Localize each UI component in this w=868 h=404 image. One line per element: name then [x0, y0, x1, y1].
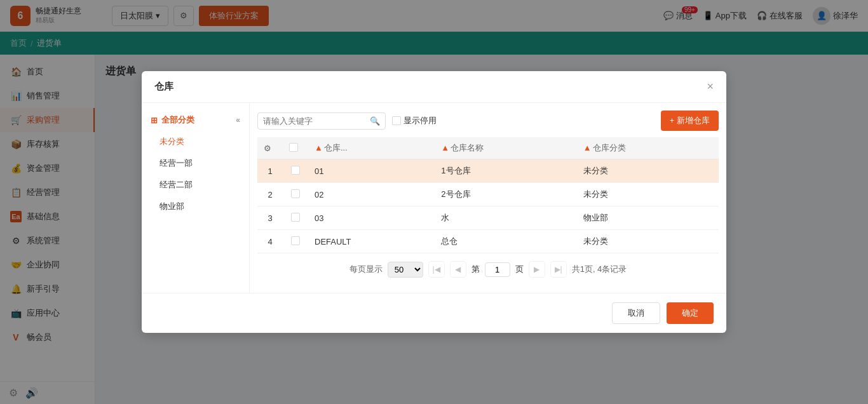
select-all-checkbox[interactable] — [289, 143, 298, 152]
per-page-label: 每页显示 — [349, 264, 383, 275]
modal-body: ⊞ 全部分类 « 未分类 经营一部 经营二部 物业部 🔍 显示停用 + — [142, 103, 726, 293]
row-category: 未分类 — [577, 230, 719, 253]
row-category: 未分类 — [577, 183, 719, 206]
th-gear: ⚙ — [257, 137, 283, 159]
grid-icon: ⊞ — [151, 116, 158, 125]
row-code: 03 — [308, 206, 435, 230]
add-warehouse-button[interactable]: + 新增仓库 — [661, 111, 719, 131]
category-item-unclassified[interactable]: 未分类 — [142, 131, 249, 152]
th-name: ▲仓库名称 — [435, 137, 576, 159]
warehouse-table: ⚙ ▲仓库... ▲仓库名称 ▲仓库分类 1 — [257, 137, 719, 253]
table-container: ⚙ ▲仓库... ▲仓库名称 ▲仓库分类 1 — [257, 137, 719, 253]
row-code: DEFAULT — [308, 230, 435, 253]
last-page-button[interactable]: ▶| — [550, 261, 567, 278]
th-check — [283, 137, 308, 159]
confirm-button[interactable]: 确定 — [667, 302, 714, 324]
row-name: 总仓 — [435, 230, 576, 253]
row-index: 2 — [257, 183, 283, 206]
page-input[interactable] — [485, 262, 510, 277]
category-item-property[interactable]: 物业部 — [142, 196, 249, 217]
row-checkbox[interactable] — [283, 230, 308, 253]
row-index: 1 — [257, 159, 283, 183]
row-checkbox[interactable] — [283, 183, 308, 206]
page-label-pre: 第 — [471, 264, 480, 275]
modal-header: 仓库 × — [142, 71, 726, 103]
row-category: 未分类 — [577, 159, 719, 183]
th-category: ▲仓库分类 — [577, 137, 719, 159]
row-checkbox[interactable] — [283, 206, 308, 230]
collapse-button[interactable]: « — [236, 116, 240, 125]
category-header-label: 全部分类 — [161, 114, 194, 126]
row-index: 3 — [257, 206, 283, 230]
next-page-button[interactable]: ▶ — [529, 261, 545, 278]
table-row[interactable]: 3 03 水 物业部 — [257, 206, 719, 230]
row-name: 水 — [435, 206, 576, 230]
page-label: 页 — [515, 264, 524, 275]
search-icon[interactable]: 🔍 — [370, 116, 380, 126]
category-panel: ⊞ 全部分类 « 未分类 经营一部 经营二部 物业部 — [142, 103, 250, 293]
warehouse-modal: 仓库 × ⊞ 全部分类 « 未分类 经营一部 经营二部 物业部 🔍 — [142, 71, 726, 333]
category-header[interactable]: ⊞ 全部分类 « — [142, 109, 249, 131]
modal-footer: 取消 确定 — [142, 293, 726, 333]
total-info: 共1页, 4条记录 — [572, 264, 627, 275]
table-panel: 🔍 显示停用 + 新增仓库 ⚙ — [250, 103, 726, 293]
row-code: 01 — [308, 159, 435, 183]
cancel-button[interactable]: 取消 — [612, 302, 660, 324]
table-row[interactable]: 2 02 2号仓库 未分类 — [257, 183, 719, 206]
category-item-ops1[interactable]: 经营一部 — [142, 152, 249, 174]
row-checkbox[interactable] — [283, 159, 308, 183]
row-name: 1号仓库 — [435, 159, 576, 183]
search-input[interactable] — [263, 116, 370, 126]
table-row[interactable]: 4 DEFAULT 总仓 未分类 — [257, 230, 719, 253]
row-code: 02 — [308, 183, 435, 206]
category-item-ops2[interactable]: 经营二部 — [142, 174, 249, 196]
table-row[interactable]: 1 01 1号仓库 未分类 — [257, 159, 719, 183]
row-category: 物业部 — [577, 206, 719, 230]
show-disabled-checkbox[interactable] — [392, 116, 401, 125]
row-name: 2号仓库 — [435, 183, 576, 206]
show-disabled-checkbox-label[interactable]: 显示停用 — [392, 115, 437, 126]
pagination: 每页显示 50 100 200 |◀ ◀ 第 页 ▶ ▶| 共1页, 4条记录 — [257, 253, 719, 285]
row-index: 4 — [257, 230, 283, 253]
prev-page-button[interactable]: ◀ — [450, 261, 466, 278]
first-page-button[interactable]: |◀ — [428, 261, 445, 278]
table-toolbar: 🔍 显示停用 + 新增仓库 — [257, 111, 719, 131]
per-page-select[interactable]: 50 100 200 — [388, 262, 423, 278]
search-box: 🔍 — [257, 112, 386, 130]
th-code: ▲仓库... — [308, 137, 435, 159]
modal-title: 仓库 — [154, 81, 173, 93]
show-disabled-text: 显示停用 — [403, 115, 437, 126]
modal-close-button[interactable]: × — [707, 80, 714, 93]
